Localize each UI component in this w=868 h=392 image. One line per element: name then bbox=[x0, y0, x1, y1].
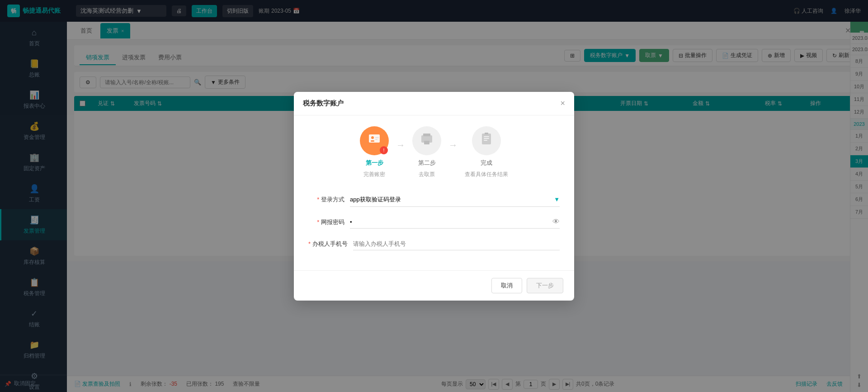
svg-rect-2 bbox=[371, 140, 374, 142]
step-1: ! 第一步 完善账密 bbox=[360, 126, 389, 178]
modal-body: ! 第一步 完善账密 → bbox=[294, 115, 574, 270]
next-btn[interactable]: 下一步 bbox=[527, 278, 563, 293]
password-label: * 网报密码 bbox=[308, 218, 344, 226]
login-method-label: * 登录方式 bbox=[308, 196, 344, 204]
svg-rect-7 bbox=[424, 141, 429, 144]
modal-overlay: 税务数字账户 × bbox=[0, 0, 868, 392]
step-1-badge: ! bbox=[380, 146, 388, 154]
phone-row: * 办税人手机号 bbox=[308, 238, 560, 250]
svg-rect-0 bbox=[369, 134, 380, 143]
login-method-select[interactable]: app获取验证码登录 ▼ bbox=[350, 193, 560, 207]
step-2-sublabel: 去取票 bbox=[419, 171, 435, 178]
svg-rect-11 bbox=[484, 138, 489, 139]
svg-point-8 bbox=[429, 141, 431, 143]
cancel-btn[interactable]: 取消 bbox=[491, 278, 522, 293]
step-arrow-2: → bbox=[448, 140, 458, 150]
modal-title: 税务数字账户 bbox=[303, 99, 344, 108]
svg-rect-12 bbox=[484, 140, 487, 141]
svg-rect-6 bbox=[423, 134, 430, 136]
step-1-icon bbox=[367, 132, 382, 149]
step-2-icon bbox=[420, 132, 434, 149]
password-input-wrap: 👁 bbox=[350, 216, 560, 229]
steps-container: ! 第一步 完善账密 → bbox=[308, 126, 560, 178]
step-3: 完成 查看具体任务结果 bbox=[465, 126, 508, 178]
password-input[interactable] bbox=[350, 216, 552, 228]
step-1-label: 第一步 bbox=[366, 159, 383, 167]
modal-dialog: 税务数字账户 × bbox=[294, 92, 574, 301]
svg-rect-13 bbox=[485, 133, 488, 134]
step-3-icon bbox=[479, 132, 494, 149]
step-2-icon-wrap bbox=[412, 126, 441, 155]
step-2-label: 第二步 bbox=[418, 159, 436, 167]
svg-point-1 bbox=[371, 136, 374, 139]
step-2: 第二步 去取票 bbox=[412, 126, 441, 178]
svg-rect-4 bbox=[375, 139, 377, 140]
step-1-sublabel: 完善账密 bbox=[363, 171, 385, 178]
step-3-sublabel: 查看具体任务结果 bbox=[465, 171, 508, 178]
phone-label: * 办税人手机号 bbox=[308, 240, 348, 248]
svg-rect-3 bbox=[375, 137, 379, 138]
svg-rect-10 bbox=[484, 136, 489, 137]
login-method-value: app获取验证码登录 bbox=[350, 196, 401, 204]
step-3-label: 完成 bbox=[481, 159, 492, 167]
modal-header: 税务数字账户 × bbox=[294, 92, 574, 115]
step-1-icon-wrap: ! bbox=[360, 126, 389, 155]
toggle-password-icon[interactable]: 👁 bbox=[552, 218, 560, 226]
modal-footer: 取消 下一步 bbox=[294, 270, 574, 301]
step-3-icon-wrap bbox=[472, 126, 501, 155]
step-arrow-1: → bbox=[396, 140, 405, 150]
password-row: * 网报密码 👁 bbox=[308, 216, 560, 229]
modal-close-btn[interactable]: × bbox=[560, 99, 565, 107]
login-method-dropdown-icon: ▼ bbox=[554, 196, 560, 203]
phone-input[interactable] bbox=[353, 238, 560, 250]
login-method-row: * 登录方式 app获取验证码登录 ▼ bbox=[308, 193, 560, 207]
